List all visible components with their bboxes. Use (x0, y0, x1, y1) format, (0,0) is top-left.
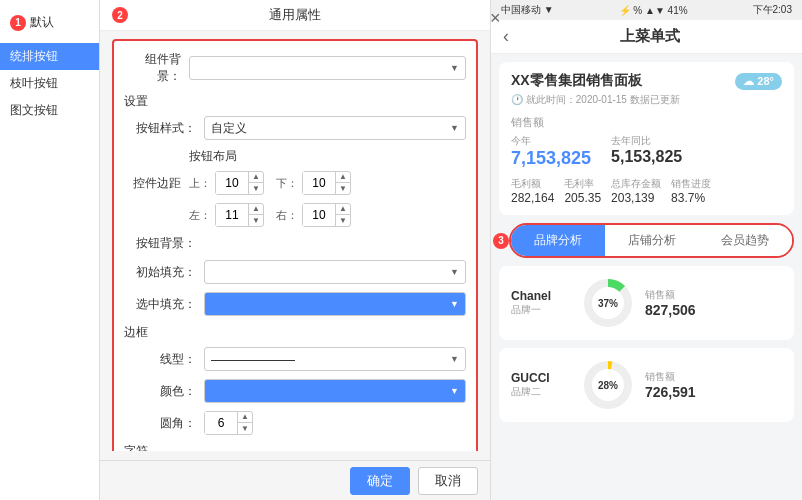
stat-3: 销售进度 83.7% (671, 177, 711, 205)
margin-top-group: 上： ▲ ▼ 下： ▲ ▼ (189, 171, 351, 195)
top-spin-up[interactable]: ▲ (249, 172, 263, 183)
brand-sub-1: 品牌二 (511, 385, 571, 399)
top-input[interactable] (216, 172, 248, 194)
cancel-button[interactable]: 取消 (418, 467, 478, 495)
initial-fill-label: 初始填充： (124, 264, 204, 281)
btn-style-value: 自定义 (211, 120, 247, 137)
chevron-down-icon-2: ▼ (450, 123, 459, 133)
color-row: 颜色： ▼ (124, 379, 466, 403)
left-spinbox[interactable]: ▲ ▼ (215, 203, 264, 227)
margin-row-2: 左： ▲ ▼ 右： ▲ ▼ (124, 203, 466, 227)
btn-bg-label: 按钮背景： (124, 235, 204, 252)
stat-1: 毛利率 205.35 (564, 177, 601, 205)
left-spin-down[interactable]: ▼ (249, 215, 263, 226)
btn-layout-label: 按钮布局 (189, 148, 466, 165)
control-border-label: 控件边距 (124, 175, 189, 192)
bottom-input[interactable] (303, 172, 335, 194)
nav-item-0[interactable]: 统排按钮 (0, 43, 99, 70)
bottom-spin-down[interactable]: ▼ (336, 183, 350, 194)
brand-sales-value-0: 827,506 (645, 302, 782, 318)
radius-input[interactable] (205, 412, 237, 434)
right-input[interactable] (303, 204, 335, 226)
phone-content: XX零售集团销售面板 ☁ 28° 🕐 就此时间：2020-01-15 数据已更新… (491, 54, 802, 500)
radius-spin-up[interactable]: ▲ (238, 412, 252, 423)
right-panel: 中国移动 ▼ ⚡ % ▲▼ 41% 下午2:03 ‹ 上菜单式 XX零售集团销售… (490, 0, 802, 500)
tab-store[interactable]: 店铺分析 (605, 225, 699, 256)
right-spin-down[interactable]: ▼ (336, 215, 350, 226)
btn-style-select[interactable]: 自定义 ▼ (204, 116, 466, 140)
group-bg-label: 组件背景： (124, 51, 189, 85)
stat-1-label: 毛利率 (564, 177, 601, 191)
stat-2-label: 总库存金额 (611, 177, 661, 191)
phone-nav-title: 上菜单式 (509, 27, 790, 46)
btn-style-label: 按钮样式： (124, 120, 204, 137)
confirm-button[interactable]: 确定 (350, 467, 410, 495)
brand-sales-label-1: 销售额 (645, 370, 782, 384)
selected-fill-select[interactable]: ▼ (204, 292, 466, 316)
initial-fill-row: 初始填充： ▼ (124, 260, 466, 284)
stat-3-value: 83.7% (671, 191, 711, 205)
selected-fill-label: 选中填充： (124, 296, 204, 313)
top-spinbox[interactable]: ▲ ▼ (215, 171, 264, 195)
top-label: 上： (189, 176, 211, 191)
sales-stats: 毛利额 282,164 毛利率 205.35 总库存金额 203,139 销售进… (511, 177, 782, 205)
bottom-spinbox[interactable]: ▲ ▼ (302, 171, 351, 195)
brand-name-1: GUCCI (511, 371, 571, 385)
brand-info-0: Chanel 品牌一 (511, 289, 571, 317)
stat-1-value: 205.35 (564, 191, 601, 205)
badge-1: 1 (10, 15, 26, 31)
top-spin-down[interactable]: ▼ (249, 183, 263, 194)
radius-spin-down[interactable]: ▼ (238, 423, 252, 434)
color-select[interactable]: ▼ (204, 379, 466, 403)
brand-info-1: GUCCI 品牌二 (511, 371, 571, 399)
brand-sales-0: 销售额 827,506 (645, 288, 782, 318)
line-type-select[interactable]: —————— ▼ (204, 347, 466, 371)
this-year-group: 今年 7,153,825 (511, 134, 591, 169)
radius-spinbox[interactable]: ▲ ▼ (204, 411, 253, 435)
percent-label-0: 37% (598, 298, 618, 309)
radius-row: 圆角： ▲ ▼ (124, 411, 466, 435)
font-header: 字符 (124, 443, 466, 451)
left-input[interactable] (216, 204, 248, 226)
settings-header: 设置 (124, 93, 466, 110)
middle-header: 2 通用属性 (100, 0, 490, 31)
date-info: 🕐 就此时间：2020-01-15 数据已更新 (511, 93, 782, 107)
nav-item-2[interactable]: 图文按钮 (0, 97, 99, 124)
line-type-row: 线型： —————— ▼ (124, 347, 466, 371)
badge-3: 3 (493, 233, 509, 249)
donut-1: 28% (581, 358, 635, 412)
close-icon[interactable]: × (490, 8, 501, 29)
brand-sub-0: 品牌一 (511, 303, 571, 317)
stat-2: 总库存金额 203,139 (611, 177, 661, 205)
default-label: 默认 (30, 14, 54, 31)
stat-2-value: 203,139 (611, 191, 661, 205)
this-year-label: 今年 (511, 134, 591, 148)
weather-icon: ☁ (743, 75, 754, 88)
initial-fill-select[interactable]: ▼ (204, 260, 466, 284)
stat-3-label: 销售进度 (671, 177, 711, 191)
right-spin-up[interactable]: ▲ (336, 204, 350, 215)
signal-label: ⚡ % ▲▼ 41% (619, 5, 688, 16)
radius-label: 圆角： (124, 415, 204, 432)
left-spin-up[interactable]: ▲ (249, 204, 263, 215)
chevron-down-icon-4: ▼ (450, 299, 459, 309)
chevron-down-icon: ▼ (450, 63, 459, 73)
bottom-spin-up[interactable]: ▲ (336, 172, 350, 183)
percent-label-1: 28% (598, 380, 618, 391)
group-bg-select[interactable]: ▼ (189, 56, 466, 80)
brand-card-0: Chanel 品牌一 37% 销售额 827,506 (499, 266, 794, 340)
temp-label: 28° (757, 75, 774, 87)
last-year-value: 5,153,825 (611, 148, 682, 166)
left-label: 左： (189, 208, 211, 223)
nav-item-1[interactable]: 枝叶按钮 (0, 70, 99, 97)
tab-member[interactable]: 会员趋势 (698, 225, 792, 256)
tab-brand[interactable]: 品牌分析 (511, 225, 605, 256)
badge-2: 2 (112, 7, 128, 23)
weather-badge: ☁ 28° (735, 73, 782, 90)
time-label: 下午2:03 (753, 3, 792, 17)
right-spinbox[interactable]: ▲ ▼ (302, 203, 351, 227)
sales-numbers: 今年 7,153,825 去年同比 5,153,825 (511, 134, 782, 169)
carrier-label: 中国移动 ▼ (501, 3, 554, 17)
chevron-down-icon-5: ▼ (450, 354, 459, 364)
sales-section-label: 销售额 (511, 115, 782, 130)
